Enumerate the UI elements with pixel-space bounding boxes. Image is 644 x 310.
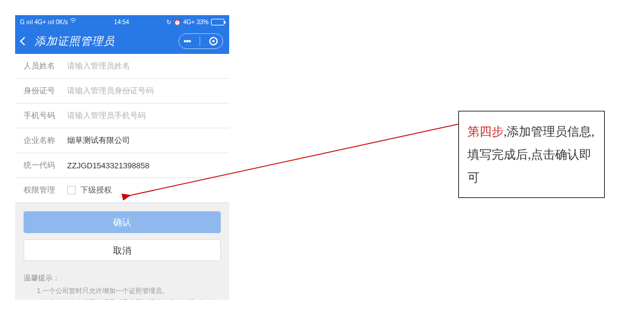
- field-label: 人员姓名: [24, 61, 67, 71]
- confirm-button-label: 确认: [113, 217, 131, 227]
- field-label: 手机号码: [24, 110, 67, 121]
- field-permission-row[interactable]: 权限管理 下级授权: [15, 178, 229, 203]
- sync-icon: ↻: [166, 19, 171, 25]
- id-input[interactable]: 请输入管理员身份证号码: [67, 85, 154, 96]
- field-label: 权限管理: [24, 185, 67, 196]
- more-icon[interactable]: •••: [184, 36, 191, 46]
- miniprogram-capsule[interactable]: •••: [178, 33, 223, 49]
- signal-text: G ıııl 4G+ ıııl 0K/s: [20, 19, 68, 25]
- phone-mockup: G ıııl 4G+ ıııl 0K/s 14:54 ↻ ⏰ 4G+ 33% 添…: [15, 15, 229, 300]
- field-company-row: 企业名称 烟草测试有限公司: [15, 128, 229, 153]
- instruction-callout: 第四步,添加管理员信息,填写完成后,点击确认即可: [458, 111, 605, 198]
- action-area: 确认 取消: [15, 203, 229, 272]
- cancel-button[interactable]: 取消: [24, 239, 221, 261]
- callout-step-label: 第四步: [467, 125, 504, 138]
- back-icon[interactable]: [20, 37, 28, 45]
- field-label: 统一代码: [24, 160, 67, 171]
- hint-item-2: 2.法定代表人给证照管理员赋予执照管理的相应的权限时，默认权限有出示执照、执照留…: [24, 297, 221, 300]
- status-right: ↻ ⏰ 4G+ 33%: [166, 19, 224, 25]
- title-bar: 添加证照管理员 •••: [15, 28, 229, 54]
- code-value: ZZJGD1543321398858: [67, 161, 149, 170]
- field-code-row: 统一代码 ZZJGD1543321398858: [15, 153, 229, 178]
- name-input[interactable]: 请输入管理员姓名: [67, 61, 130, 71]
- alarm-icon: ⏰: [174, 19, 181, 25]
- company-value: 烟草测试有限公司: [67, 135, 130, 146]
- phone-input[interactable]: 请输入管理员手机号码: [67, 110, 146, 121]
- confirm-button[interactable]: 确认: [24, 211, 221, 233]
- wifi-icon: [70, 18, 77, 25]
- cancel-button-label: 取消: [113, 245, 131, 256]
- network-text: 4G+ 33%: [183, 19, 209, 25]
- close-target-icon[interactable]: [209, 37, 218, 45]
- hint-title: 温馨提示：: [24, 272, 221, 284]
- checkbox-label: 下级授权: [80, 185, 112, 196]
- field-name-row[interactable]: 人员姓名 请输入管理员姓名: [15, 54, 229, 79]
- field-label: 身份证号: [24, 85, 67, 96]
- battery-icon: [211, 19, 224, 25]
- hint-area: 温馨提示： 1.一个公司暂时只允许增加一个证照管理员。 2.法定代表人给证照管理…: [15, 272, 229, 300]
- subordinate-checkbox[interactable]: [67, 186, 76, 194]
- capsule-divider: [200, 36, 200, 46]
- field-label: 企业名称: [24, 135, 67, 146]
- status-time: 14:54: [114, 19, 129, 25]
- form-area: 人员姓名 请输入管理员姓名 身份证号 请输入管理员身份证号码 手机号码 请输入管…: [15, 54, 229, 203]
- field-id-row[interactable]: 身份证号 请输入管理员身份证号码: [15, 79, 229, 104]
- page-title: 添加证照管理员: [34, 34, 115, 48]
- field-phone-row[interactable]: 手机号码 请输入管理员手机号码: [15, 104, 229, 128]
- hint-item-1: 1.一个公司暂时只允许增加一个证照管理员。: [24, 285, 221, 297]
- status-left: G ıııl 4G+ ıııl 0K/s: [20, 18, 77, 25]
- status-bar: G ıııl 4G+ ıııl 0K/s 14:54 ↻ ⏰ 4G+ 33%: [15, 15, 229, 28]
